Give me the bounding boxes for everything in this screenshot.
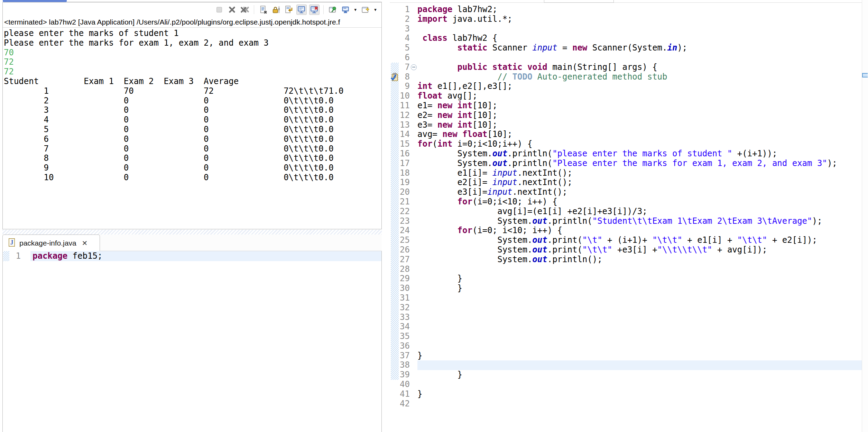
line-number[interactable]: 3 — [399, 24, 410, 34]
scroll-lock-icon[interactable] — [271, 4, 281, 15]
code-line[interactable]: 38 — [399, 360, 862, 370]
code-text[interactable]: System.out.println("Student\t\tExam 1\tE… — [417, 217, 862, 226]
code-text[interactable]: for(int i=0;i<10;i++) { — [417, 139, 862, 149]
line-number[interactable]: 37 — [399, 351, 410, 361]
line-number[interactable]: 38 — [399, 360, 410, 370]
code-text[interactable] — [417, 341, 862, 351]
code-text[interactable]: class lab7hw2 { — [417, 34, 862, 43]
code-text[interactable]: System.out.println(); — [417, 255, 862, 265]
code-text[interactable] — [417, 53, 862, 63]
code-text[interactable] — [417, 265, 862, 274]
line-number[interactable]: 41 — [399, 389, 410, 399]
code-text[interactable] — [417, 380, 862, 389]
code-text[interactable] — [417, 24, 862, 34]
code-line[interactable]: 13e3= new int[10]; — [399, 120, 862, 130]
remove-launch-icon[interactable] — [227, 4, 237, 15]
code-text[interactable] — [417, 303, 862, 313]
line-number[interactable]: 40 — [399, 380, 410, 389]
code-text[interactable]: for(i=0;i<10; i++) { — [417, 197, 862, 207]
code-text[interactable]: avg= new float[10]; — [417, 130, 862, 139]
code-line[interactable]: 14avg= new float[10]; — [399, 130, 862, 139]
code-text[interactable]: } — [417, 274, 862, 284]
code-line[interactable]: 35 — [399, 332, 862, 341]
line-number[interactable]: 18 — [399, 168, 410, 178]
code-area[interactable]: 1package lab7hw2;2import java.util.*;34 … — [399, 5, 862, 408]
line-number[interactable]: 32 — [399, 303, 410, 313]
code-line[interactable]: 2import java.util.*; — [399, 15, 862, 24]
show-stderr-icon[interactable] — [309, 4, 320, 15]
overview-ruler[interactable] — [862, 0, 868, 432]
code-text[interactable]: public static void main(String[] args) { — [417, 63, 862, 72]
code-text[interactable]: e1= new int[10]; — [417, 101, 862, 111]
code-text[interactable]: import java.util.*; — [417, 15, 862, 24]
code-line[interactable]: 11e1= new int[10]; — [399, 101, 862, 111]
code-text[interactable]: } — [417, 351, 862, 361]
code-text[interactable]: System.out.println("Please enter the mar… — [417, 159, 862, 168]
code-line[interactable]: 30 } — [399, 284, 862, 293]
line-number[interactable]: 36 — [399, 341, 410, 351]
code-text[interactable]: avg[i]=(e1[i] +e2[i]+e3[i])/3; — [417, 207, 862, 217]
line-number[interactable]: 16 — [399, 149, 410, 159]
line-number[interactable]: 19 — [399, 178, 410, 187]
fold-column[interactable] — [410, 63, 417, 70]
line-number[interactable]: 5 — [399, 43, 410, 53]
line-number[interactable]: 33 — [399, 313, 410, 322]
code-text[interactable] — [417, 322, 862, 332]
code-text[interactable]: for(i=0; i<10; i++) { — [417, 226, 862, 236]
line-number[interactable]: 9 — [399, 82, 410, 91]
code-text[interactable]: package feb15; — [30, 251, 381, 261]
code-line[interactable]: 5 static Scanner input = new Scanner(Sys… — [399, 43, 862, 53]
code-line[interactable]: 28 — [399, 265, 862, 274]
line-number[interactable]: 34 — [399, 322, 410, 332]
line-number[interactable]: 23 — [399, 217, 410, 226]
display-selected-console-icon[interactable] — [340, 4, 351, 15]
close-icon[interactable]: ✕ — [82, 239, 88, 247]
line-number[interactable]: 20 — [399, 187, 410, 197]
code-line[interactable]: 12e2= new int[10]; — [399, 111, 862, 120]
line-number[interactable]: 21 — [399, 197, 410, 207]
code-line[interactable]: 1package feb15; — [3, 251, 381, 261]
line-number[interactable]: 12 — [399, 111, 410, 120]
line-number[interactable]: 26 — [399, 245, 410, 255]
code-line[interactable]: 18 e1[i]= input.nextInt(); — [399, 168, 862, 178]
editor-tab-partial[interactable] — [544, 0, 614, 3]
code-text[interactable]: System.out.print("\t" + (i+1)+ "\t\t" + … — [417, 236, 862, 245]
line-number[interactable]: 15 — [399, 139, 410, 149]
line-number[interactable]: 28 — [399, 265, 410, 274]
code-line[interactable]: 9int e1[],e2[],e3[]; — [399, 82, 862, 91]
line-number[interactable]: 13 — [399, 120, 410, 130]
code-text[interactable] — [417, 313, 862, 322]
code-line[interactable]: 36 — [399, 341, 862, 351]
tab-package-info-java[interactable]: J package-info.java ✕ — [2, 235, 100, 251]
code-text[interactable]: e1[i]= input.nextInt(); — [417, 168, 862, 178]
code-line[interactable]: 10float avg[]; — [399, 91, 862, 101]
code-text[interactable]: System.out.println("please enter the mar… — [417, 149, 862, 159]
code-line[interactable]: 41} — [399, 389, 862, 399]
code-text[interactable]: float avg[]; — [417, 91, 862, 101]
line-number[interactable]: 39 — [399, 370, 410, 380]
code-line[interactable]: 21 for(i=0;i<10; i++) { — [399, 197, 862, 207]
line-number[interactable]: 31 — [399, 293, 410, 303]
code-text[interactable] — [417, 399, 862, 409]
overview-ruler-marker[interactable] — [862, 73, 868, 77]
line-number[interactable]: 35 — [399, 332, 410, 341]
line-number[interactable]: 29 — [399, 274, 410, 284]
code-text[interactable]: e3= new int[10]; — [417, 120, 862, 130]
code-text[interactable]: System.out.print("\t\t" +e3[i] +"\\t\\t\… — [417, 245, 862, 255]
line-number[interactable]: 1 — [399, 5, 410, 15]
code-line[interactable]: 34 — [399, 322, 862, 332]
code-text[interactable]: } — [417, 370, 862, 380]
code-line[interactable]: 1package lab7hw2; — [399, 5, 862, 15]
line-number[interactable]: 7 — [399, 63, 410, 72]
code-text[interactable] — [417, 293, 862, 303]
code-text[interactable]: // TODO Auto-generated method stub — [417, 72, 862, 82]
clear-console-icon[interactable] — [258, 4, 268, 15]
line-number[interactable]: 22 — [399, 207, 410, 217]
code-line[interactable]: 7 public static void main(String[] args)… — [399, 63, 862, 72]
code-line[interactable]: 16 System.out.println("please enter the … — [399, 149, 862, 159]
package-info-editor[interactable]: 1package feb15; — [2, 251, 382, 432]
word-wrap-icon[interactable] — [284, 4, 294, 15]
line-number[interactable]: 2 — [399, 15, 410, 24]
collapse-icon[interactable] — [411, 64, 417, 70]
code-text[interactable] — [417, 360, 862, 370]
